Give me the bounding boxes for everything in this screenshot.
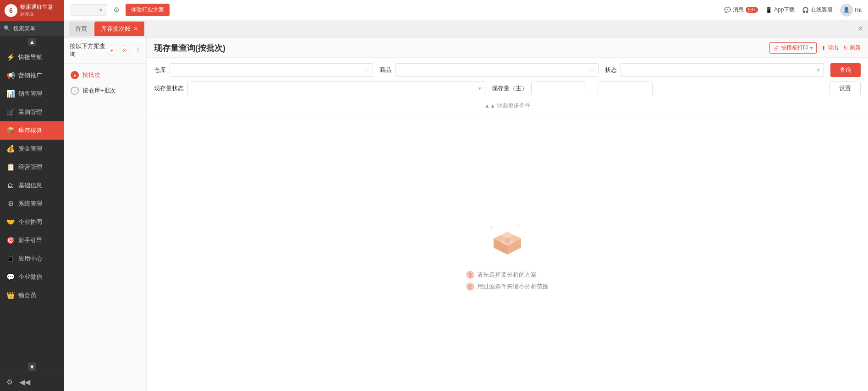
- member-icon: 👑: [6, 291, 15, 299]
- main-area: ▾ ⚙ 体验行业方案 💬 消息 99+ 📱 App下载 🎧 在线客服 👤: [64, 0, 868, 391]
- breadcrumb-dropdown-icon[interactable]: ▾: [99, 7, 102, 13]
- sidebar-scroll-bottom: ▼: [0, 361, 64, 373]
- tab-bar: 首页 库存批次账 ✕ ✕: [64, 20, 868, 38]
- app-edition: 标准版: [20, 11, 53, 17]
- sidebar-item-quick-nav[interactable]: ⚡ 快捷导航: [0, 48, 64, 66]
- print-btn[interactable]: 🖨 按模板打印 ▾: [769, 42, 817, 54]
- sidebar-item-sales[interactable]: 📊 销售管理: [0, 85, 64, 103]
- product-filter-group: 商品 ···: [379, 63, 599, 77]
- sidebar-item-wechat[interactable]: 💬 企业微信: [0, 268, 64, 286]
- status-filter-group: 状态 ▾: [605, 63, 824, 77]
- wechat-icon: 💬: [6, 273, 15, 281]
- avatar: 👤: [840, 4, 853, 16]
- stock-status-select[interactable]: ▾: [187, 81, 485, 95]
- query-btn[interactable]: 查询: [830, 63, 861, 77]
- product-input[interactable]: ···: [395, 63, 599, 77]
- sidebar-item-label: 经营管理: [18, 163, 42, 171]
- range-dash: —: [586, 85, 598, 92]
- sidebar-item-apps[interactable]: 📱 应用中心: [0, 250, 64, 268]
- scheme-settings-btn[interactable]: ⊙: [120, 45, 130, 55]
- sidebar-item-basics[interactable]: 🗂 基础信息: [0, 176, 64, 195]
- scroll-up-btn[interactable]: ▲: [28, 38, 36, 46]
- refresh-icon: ↻: [843, 45, 848, 51]
- app-download-label: App下载: [774, 6, 795, 14]
- sidebar-item-enterprise[interactable]: 🤝 企业协同: [0, 213, 64, 231]
- sidebar-item-finance[interactable]: 💰 资金管理: [0, 140, 64, 158]
- plus-icon: +: [110, 47, 114, 54]
- user-name: Rit: [855, 7, 862, 13]
- tab-home[interactable]: 首页: [69, 22, 93, 36]
- message-badge: 99+: [746, 7, 758, 13]
- sidebar-item-system[interactable]: ⚙ 系统管理: [0, 195, 64, 213]
- collapse-sidebar-icon[interactable]: ◀◀: [19, 378, 30, 386]
- radio-icon: ○: [73, 88, 76, 93]
- app-title: 畅康通好生意: [20, 4, 53, 11]
- svg-point-8: [505, 238, 510, 244]
- sidebar-item-member[interactable]: 👑 畅会员: [0, 286, 64, 304]
- collapse-up-icon: ▲▲: [484, 103, 495, 109]
- message-btn[interactable]: 💬 消息 99+: [724, 6, 758, 14]
- collapse-left-panel-btn[interactable]: 《: [132, 46, 141, 54]
- collapse-more-btn[interactable]: ▲▲ 收起更多条件: [154, 100, 861, 109]
- stock-status-label: 现存量状态: [154, 84, 184, 92]
- avatar-icon: 👤: [843, 7, 850, 13]
- app-info: 畅康通好生意 标准版: [20, 4, 53, 17]
- inventory-icon: 📦: [6, 126, 15, 135]
- system-icon: ⚙: [6, 200, 15, 208]
- svg-text:✦: ✦: [516, 224, 520, 228]
- topbar-settings-btn[interactable]: ⚙: [110, 4, 123, 16]
- user-menu-btn[interactable]: 👤 Rit: [840, 4, 862, 16]
- tip-1-text: 请先选择要分析的方案: [477, 271, 537, 279]
- scheme-item-by-warehouse-batch[interactable]: ○ 按仓库+批次: [64, 83, 146, 98]
- sidebar-item-label: 营销推广: [18, 71, 42, 80]
- topbar: ▾ ⚙ 体验行业方案 💬 消息 99+ 📱 App下载 🎧 在线客服 👤: [64, 0, 868, 20]
- print-dropdown-icon[interactable]: ▾: [810, 45, 813, 50]
- empty-state: ✦ ✦ ✦ 1 请先选择要分析的方案 2 用过滤条件来缩小分析范围: [147, 115, 868, 391]
- topbar-left: ▾ ⚙ 体验行业方案: [71, 4, 720, 16]
- filter-row-1: 仓库 ··· 商品 ··· 状态: [154, 63, 861, 77]
- sidebar-item-marketing[interactable]: 📢 营销推广: [0, 66, 64, 85]
- scheme-item-by-batch[interactable]: ● 按批次: [64, 67, 146, 83]
- export-btn[interactable]: ⬆ 导出: [821, 44, 839, 52]
- tab-batch-account[interactable]: 库存批次账 ✕: [94, 22, 144, 36]
- chevron-left-icon: 《: [133, 46, 140, 54]
- tip-2-num: 2: [466, 282, 474, 291]
- stock-qty-min-input[interactable]: [531, 81, 586, 95]
- stock-qty-max-input[interactable]: [598, 81, 653, 95]
- svg-text:✦: ✦: [489, 224, 494, 231]
- experience-industry-btn[interactable]: 体验行业方案: [126, 4, 170, 16]
- left-panel-actions: + ⊙ 《: [107, 45, 141, 55]
- gear-icon: ⊙: [122, 47, 127, 54]
- sidebar-item-label: 库存核算: [18, 126, 42, 135]
- message-label: 消息: [733, 6, 744, 14]
- sidebar-item-newbie[interactable]: 🎯 新手引导: [0, 231, 64, 250]
- sidebar-item-label: 应用中心: [18, 255, 42, 263]
- warehouse-input[interactable]: ···: [170, 63, 373, 77]
- print-label: 按模板打印: [781, 44, 808, 52]
- online-service-btn[interactable]: 🎧 在线客服: [802, 6, 833, 14]
- scroll-down-btn[interactable]: ▼: [28, 363, 36, 371]
- page-actions: 🖨 按模板打印 ▾ ⬆ 导出 ↻ 刷新: [769, 42, 861, 54]
- status-select[interactable]: ▾: [621, 63, 824, 77]
- settings-icon[interactable]: ⚙: [6, 378, 13, 386]
- tab-close-btn[interactable]: ✕: [133, 26, 138, 32]
- add-scheme-btn[interactable]: +: [107, 45, 117, 55]
- sidebar-item-inventory[interactable]: 📦 库存核算: [0, 121, 64, 140]
- operations-icon: 📋: [6, 163, 15, 171]
- sidebar-item-label: 基础信息: [18, 181, 42, 190]
- app-download-btn[interactable]: 📱 App下载: [765, 6, 795, 14]
- settings-btn[interactable]: 设置: [830, 81, 861, 95]
- sales-icon: 📊: [6, 90, 15, 98]
- sidebar-item-label: 企业微信: [18, 273, 42, 281]
- refresh-btn[interactable]: ↻ 刷新: [843, 44, 861, 52]
- message-icon: 💬: [724, 7, 731, 13]
- scheme-inactive-dot: ○: [71, 87, 79, 95]
- sidebar-nav: ⚡ 快捷导航 📢 营销推广 📊 销售管理 🛒 采购管理 📦 库存核算 💰 资金管…: [0, 48, 64, 361]
- sidebar-search-label: 搜索菜单: [13, 25, 35, 33]
- left-panel-title: 按以下方案查询: [70, 42, 107, 59]
- sidebar-item-operations[interactable]: 📋 经营管理: [0, 158, 64, 176]
- empty-tip-1: 1 请先选择要分析的方案: [466, 271, 549, 279]
- sidebar-item-purchase[interactable]: 🛒 采购管理: [0, 103, 64, 121]
- sidebar-search[interactable]: 🔍 搜索菜单: [0, 21, 64, 36]
- panel-close-btn[interactable]: ✕: [857, 24, 863, 33]
